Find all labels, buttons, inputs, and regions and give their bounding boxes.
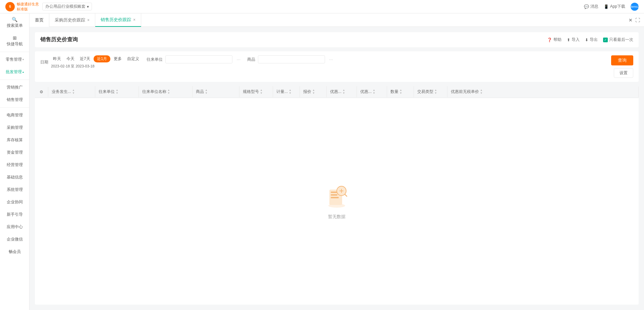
th-business-date[interactable]: 业务发生... ▲ ▼ xyxy=(48,86,95,97)
page-content: 销售历史价查询 ❓ 帮助 ⬆ 导入 ⬇ 导出 ✓ xyxy=(30,27,644,310)
settings-icon: ⚙ xyxy=(40,90,43,94)
table-container: ⚙ 业务发生... ▲ ▼ 往来单位 ▲ ▼ xyxy=(35,86,639,305)
sidebar-item-enterprise[interactable]: 企业协同 xyxy=(0,196,29,208)
page-title: 销售历史价查询 xyxy=(40,36,78,43)
filter-bar: 日期 昨天 今天 近7天 近1月 更多 自定义 2023-02-18 至 202… xyxy=(35,51,639,82)
date-buttons: 昨天 今天 近7天 近1月 更多 自定义 xyxy=(51,55,141,62)
filter-right: 查询 设置 xyxy=(611,55,633,78)
sidebar: 🔍 搜索菜单 ⊞ 快捷导航 零售管理 ▾ 批发管理 ▴ 营销推广 销售管理 电商… xyxy=(0,13,30,310)
partner-label: 往来单位 xyxy=(147,57,163,62)
sidebar-divider3 xyxy=(0,107,29,108)
th-partner-code[interactable]: 往来单位 ▲ ▼ xyxy=(95,86,139,97)
checkbox-icon: ✓ xyxy=(603,38,608,42)
top-bar-right: 💬 消息 📱 App下载 demo2 xyxy=(584,3,639,11)
app-download-btn[interactable]: 📱 App下载 xyxy=(604,4,625,9)
only-last-checkbox[interactable]: ✓ 只看最后一次 xyxy=(603,37,633,43)
date-btn-more[interactable]: 更多 xyxy=(112,55,124,62)
sidebar-item-quick-nav[interactable]: ⊞ 快捷导航 xyxy=(0,32,29,50)
sidebar-item-purchase-mgmt[interactable]: 采购管理 xyxy=(0,121,29,134)
th-spec[interactable]: 规格型号 ▲ ▼ xyxy=(239,86,273,97)
th-pretax-price[interactable]: 优惠前无税单价 ▲ ▼ xyxy=(447,86,639,97)
sidebar-item-ops-mgmt[interactable]: 经营管理 xyxy=(0,159,29,171)
th-trade-type[interactable]: 交易类型 ▲ ▼ xyxy=(414,86,447,97)
help-btn[interactable]: ❓ 帮助 xyxy=(547,37,561,43)
grid-icon: ⊞ xyxy=(13,35,17,41)
product-filter-group: 商品 ··· xyxy=(247,55,334,63)
message-btn[interactable]: 💬 消息 xyxy=(584,4,598,9)
tab-close-sales[interactable]: × xyxy=(133,18,136,22)
export-btn[interactable]: ⬇ 导出 xyxy=(585,37,598,43)
th-discount1[interactable]: 优惠... ▲ ▼ xyxy=(327,86,357,97)
product-input[interactable] xyxy=(258,55,325,63)
tab-close-purchase[interactable]: × xyxy=(87,18,90,22)
th-discount2[interactable]: 优惠... ▲ ▼ xyxy=(357,86,387,97)
sidebar-divider xyxy=(0,52,29,52)
app-selector[interactable]: 办公用品行业模拟账套 ▾ xyxy=(42,3,92,10)
partner-ellipsis-btn[interactable]: ··· xyxy=(235,57,242,62)
logo-icon: 6 xyxy=(5,2,15,11)
sidebar-item-wholesale-mgmt[interactable]: 批发管理 ▴ xyxy=(0,66,29,78)
sidebar-item-search-menu[interactable]: 🔍 搜索菜单 xyxy=(0,13,29,32)
sort-unit: ▲ ▼ xyxy=(289,89,291,95)
empty-icon xyxy=(323,183,350,210)
product-label: 商品 xyxy=(247,57,255,62)
tab-home[interactable]: 首页 xyxy=(30,13,49,27)
th-price[interactable]: 报价 ▲ ▼ xyxy=(300,86,327,97)
sidebar-item-guide[interactable]: 新手引导 xyxy=(0,208,29,221)
sidebar-item-app-center[interactable]: 应用中心 xyxy=(0,221,29,233)
user-avatar-btn[interactable]: demo2 xyxy=(631,3,639,11)
sidebar-item-sys-mgmt[interactable]: 系统管理 xyxy=(0,184,29,196)
svg-line-8 xyxy=(345,194,347,196)
date-btn-today[interactable]: 今天 xyxy=(64,55,76,62)
sort-pretax-price: ▲ ▼ xyxy=(480,89,483,95)
date-btn-custom[interactable]: 自定义 xyxy=(125,55,141,62)
th-qty[interactable]: 数量 ▲ ▼ xyxy=(387,86,414,97)
sidebar-item-sales-mgmt[interactable]: 销售管理 xyxy=(0,94,29,106)
date-label: 日期 xyxy=(40,59,48,65)
tab-purchase-history[interactable]: 采购历史价跟踪 × xyxy=(49,13,95,27)
close-tab-btn[interactable]: ✕ xyxy=(629,17,633,23)
sidebar-item-inventory[interactable]: 库存核算 xyxy=(0,134,29,146)
sort-qty: ▲ ▼ xyxy=(399,89,402,95)
chevron-down-icon: ▾ xyxy=(22,58,24,61)
date-filter-group: 日期 昨天 今天 近7天 近1月 更多 自定义 2023-02-18 至 202… xyxy=(40,55,141,69)
tab-sales-history[interactable]: 销售历史价跟踪 × xyxy=(95,13,141,27)
date-btn-7days[interactable]: 近7天 xyxy=(78,55,92,62)
content-area: 首页 采购历史价跟踪 × 销售历史价跟踪 × ✕ ⛶ 销售历史价查询 xyxy=(30,13,644,310)
import-btn[interactable]: ⬆ 导入 xyxy=(567,37,580,43)
settings-btn[interactable]: 设置 xyxy=(614,68,633,78)
sidebar-item-capital-mgmt[interactable]: 资金管理 xyxy=(0,146,29,159)
partner-filter-group: 往来单位 ··· xyxy=(147,55,242,63)
th-settings[interactable]: ⚙ xyxy=(35,87,48,97)
chevron-down-icon: ▾ xyxy=(87,4,89,9)
th-unit[interactable]: 计量... ▲ ▼ xyxy=(273,86,300,97)
sort-product: ▲ ▼ xyxy=(205,89,208,95)
svg-rect-4 xyxy=(331,197,339,198)
sidebar-item-marketing[interactable]: 营销推广 xyxy=(0,81,29,94)
product-ellipsis-btn[interactable]: ··· xyxy=(328,57,334,62)
table-body: 暂无数据 xyxy=(35,98,639,305)
sort-trade-type: ▲ ▼ xyxy=(434,89,437,95)
logo-text: 畅捷通好生意 标准版 xyxy=(17,2,39,11)
sidebar-item-ecom-mgmt[interactable]: 电商管理 xyxy=(0,109,29,121)
sort-business: ▲ ▼ xyxy=(72,89,75,95)
sidebar-item-membership[interactable]: 畅会员 xyxy=(0,246,29,258)
table-header: ⚙ 业务发生... ▲ ▼ 往来单位 ▲ ▼ xyxy=(35,86,639,98)
date-btn-1month[interactable]: 近1月 xyxy=(94,55,111,62)
maximize-btn[interactable]: ⛶ xyxy=(635,17,640,23)
sidebar-item-retail-mgmt[interactable]: 零售管理 ▾ xyxy=(0,53,29,66)
partner-input[interactable] xyxy=(165,55,232,63)
query-btn[interactable]: 查询 xyxy=(611,55,633,65)
export-icon: ⬇ xyxy=(585,38,588,42)
sidebar-divider2 xyxy=(0,80,29,80)
empty-text: 暂无数据 xyxy=(328,214,345,220)
sidebar-item-basic-info[interactable]: 基础信息 xyxy=(0,171,29,184)
date-range-text: 2023-02-18 至 2023-03-18 xyxy=(51,64,141,69)
th-partner-name[interactable]: 往来单位名称 ▲ ▼ xyxy=(139,86,193,97)
th-product[interactable]: 商品 ▲ ▼ xyxy=(193,86,239,97)
page-header: 销售历史价查询 ❓ 帮助 ⬆ 导入 ⬇ 导出 ✓ xyxy=(35,32,639,47)
date-btn-yesterday[interactable]: 昨天 xyxy=(51,55,63,62)
sidebar-item-enterprise-wechat[interactable]: 企业微信 xyxy=(0,233,29,246)
avatar: demo2 xyxy=(631,3,639,11)
empty-state: 暂无数据 xyxy=(310,169,364,233)
